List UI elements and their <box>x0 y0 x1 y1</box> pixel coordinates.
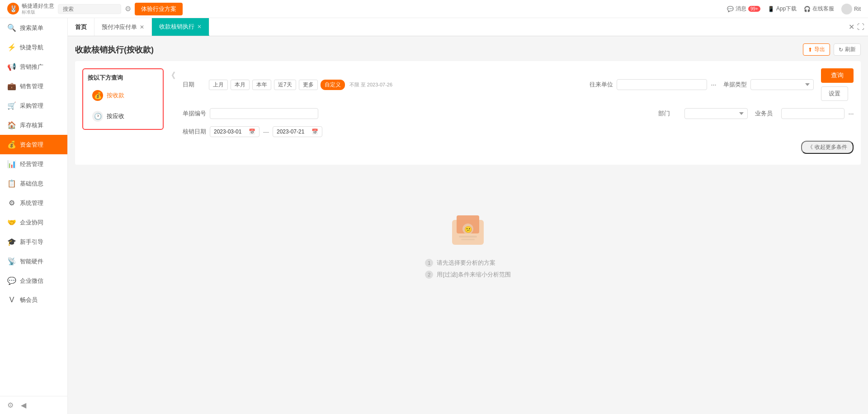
tab-prepay-close-icon[interactable]: ✕ <box>140 24 144 30</box>
tab-home[interactable]: 首页 <box>68 18 94 36</box>
sidebar-item-funds[interactable]: 💰 资金管理 <box>0 135 67 154</box>
sidebar-bottom: ⚙ ◀ <box>0 396 67 414</box>
page-titlebar: 收款核销执行(按收款) ⬆ 导出 ↻ 刷新 <box>75 43 861 56</box>
sidebar-item-sales[interactable]: 💼 销售管理 <box>0 76 67 96</box>
message-icon: 💬 <box>727 6 734 12</box>
sidebar-item-guide[interactable]: 🎓 新手引导 <box>0 232 67 252</box>
filter-left: 按以下方查询 💰 按收款 🕐 按应收 <box>82 68 164 130</box>
staff-label: 业务员 <box>755 109 778 118</box>
topbar-search-input[interactable] <box>58 4 121 14</box>
tab-collection-close-icon[interactable]: ✕ <box>197 24 202 30</box>
date-btn-this-year[interactable]: 本年 <box>252 80 271 90</box>
wechat-icon: 💬 <box>7 276 16 285</box>
empty-tip-1: 1 请先选择要分析的方案 <box>425 259 510 267</box>
dept-select[interactable] <box>684 108 748 119</box>
voucher-no-field: 单据编号 <box>183 108 318 119</box>
verify-date-start-input[interactable]: 2023-03-01 📅 <box>210 126 259 137</box>
filter-row-1: 日期 上月 本月 本年 近7天 更多 自定义 不限 至 2023-07- <box>183 68 854 101</box>
filter-option-by-receipt[interactable]: 💰 按收款 <box>88 87 158 104</box>
voucher-type-field: 单据类型 <box>723 79 814 90</box>
expand-tab-button[interactable]: ⛶ <box>857 23 864 31</box>
business-icon: 📊 <box>7 160 16 168</box>
verify-date-end-input[interactable]: 2023-07-21 📅 <box>273 126 322 137</box>
close-tab-button[interactable]: ✕ <box>849 23 854 31</box>
voucher-type-select[interactable] <box>750 79 814 90</box>
sidebar-item-business[interactable]: 📊 经营管理 <box>0 154 67 174</box>
export-button[interactable]: ⬆ 导出 <box>803 43 830 56</box>
date-btn-custom[interactable]: 自定义 <box>321 80 345 90</box>
quicknav-icon: ⚡ <box>7 43 16 52</box>
settings-bottom-icon[interactable]: ⚙ <box>7 401 14 409</box>
sidebar-item-label: 智能硬件 <box>20 257 43 266</box>
tab-prepay-label: 预付冲应付单 <box>102 23 137 31</box>
filter-options: 💰 按收款 🕐 按应收 <box>88 87 158 124</box>
search-icon: 🔍 <box>7 24 16 32</box>
date-btn-last-month[interactable]: 上月 <box>209 80 228 90</box>
sidebar-item-label: 系统管理 <box>20 199 43 207</box>
verify-date-label: 核销日期 <box>183 128 206 136</box>
svg-rect-4 <box>459 236 477 238</box>
sidebar-item-hardware[interactable]: 📡 智能硬件 <box>0 252 67 271</box>
date-btn-this-month[interactable]: 本月 <box>231 80 250 90</box>
counterparty-dots-icon[interactable]: ··· <box>711 80 716 90</box>
sidebar-item-wechat[interactable]: 💬 企业微信 <box>0 271 67 290</box>
sidebar-item-marketing[interactable]: 📢 营销推广 <box>0 57 67 76</box>
sidebar-item-inventory[interactable]: 🏠 库存核算 <box>0 115 67 135</box>
collapse-sidebar-icon[interactable]: ◀ <box>21 401 26 409</box>
username-label: Rit <box>854 6 861 12</box>
svg-text:😕: 😕 <box>464 226 472 233</box>
voucher-no-input[interactable] <box>210 108 318 119</box>
sidebar-item-quicknav[interactable]: ⚡ 快捷导航 <box>0 38 67 57</box>
marketing-icon: 📢 <box>7 62 16 71</box>
logo-badge: 标准版 <box>22 10 54 15</box>
export-label: 导出 <box>814 46 825 53</box>
sidebar-item-label: 新手引导 <box>20 238 43 246</box>
sidebar-item-member[interactable]: V 畅会员 <box>0 290 67 309</box>
collapse-icon: 《 <box>807 143 813 151</box>
page-title: 收款核销执行(按收款) <box>75 44 154 55</box>
logo-icon: 🐰 <box>7 3 19 14</box>
filter-row-3: 核销日期 2023-03-01 📅 — 2023-07-21 📅 <box>183 126 854 137</box>
tip-text-1: 请先选择要分析的方案 <box>437 259 495 267</box>
tip-num-1: 1 <box>425 259 433 267</box>
collapse-label: 收起更多条件 <box>815 143 847 151</box>
filter-option-receivable-label: 按应收 <box>107 112 124 120</box>
sidebar-item-label: 经营管理 <box>20 160 43 168</box>
date-label: 日期 <box>183 81 205 89</box>
service-icon: 🎧 <box>804 6 811 12</box>
tab-collection[interactable]: 收款核销执行 ✕ <box>152 18 209 36</box>
tab-prepay[interactable]: 预付冲应付单 ✕ <box>94 18 152 36</box>
sidebar: 🔍 搜索菜单 ⚡ 快捷导航 📢 营销推广 💼 销售管理 🛒 采购管理 🏠 库存核… <box>0 18 68 414</box>
staff-dots-icon[interactable]: ··· <box>848 109 854 119</box>
refresh-label: 刷新 <box>845 46 856 53</box>
setting-button[interactable]: 设置 <box>821 86 848 101</box>
refresh-button[interactable]: ↻ 刷新 <box>834 43 861 56</box>
date-btn-more[interactable]: 更多 <box>299 80 318 90</box>
sidebar-item-label: 快捷导航 <box>20 43 43 52</box>
sales-icon: 💼 <box>7 82 16 90</box>
date-separator: — <box>263 128 269 135</box>
app-download-item[interactable]: 📱 App下载 <box>768 5 797 13</box>
query-button[interactable]: 查询 <box>821 68 854 83</box>
sidebar-item-search[interactable]: 🔍 搜索菜单 <box>0 18 67 38</box>
filter-collapse-icon[interactable]: 《 <box>167 70 175 81</box>
date-btn-7days[interactable]: 近7天 <box>274 80 296 90</box>
tab-home-label: 首页 <box>75 23 87 31</box>
message-item[interactable]: 💬 消息 99+ <box>727 5 760 13</box>
filter-option-by-receivable[interactable]: 🕐 按应收 <box>88 108 158 124</box>
guide-icon: 🎓 <box>7 238 16 246</box>
sidebar-item-purchase[interactable]: 🛒 采购管理 <box>0 96 67 115</box>
user-profile-item[interactable]: Rit <box>841 4 861 14</box>
basicinfo-icon: 📋 <box>7 179 16 188</box>
counterparty-input[interactable] <box>617 79 707 90</box>
staff-input[interactable] <box>781 108 844 119</box>
sidebar-item-cooperation[interactable]: 🤝 企业协同 <box>0 213 67 232</box>
gear-icon[interactable]: ⚙ <box>125 5 131 13</box>
sidebar-item-basic-info[interactable]: 📋 基础信息 <box>0 174 67 193</box>
collapse-more-button[interactable]: 《 收起更多条件 <box>801 141 854 154</box>
customer-service-item[interactable]: 🎧 在线客服 <box>804 5 834 13</box>
system-icon: ⚙ <box>7 199 16 207</box>
solution-button[interactable]: 体验行业方案 <box>135 3 183 15</box>
sidebar-item-system[interactable]: ⚙ 系统管理 <box>0 193 67 213</box>
empty-illustration: 😕 <box>445 206 491 252</box>
